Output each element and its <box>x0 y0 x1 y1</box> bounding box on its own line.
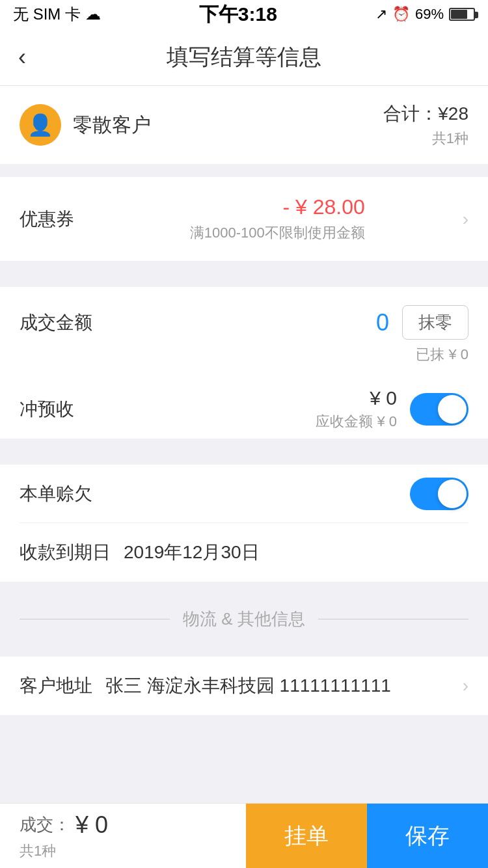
address-row[interactable]: 客户地址 张三 海淀永丰科技园 11111111111 › <box>20 657 468 715</box>
customer-total-amount: 合计：¥28 <box>383 102 468 126</box>
status-left: 无 SIM 卡 ☁ <box>13 4 101 25</box>
address-value: 张三 海淀永丰科技园 11111111111 <box>105 673 391 698</box>
prepay-main-value: ¥ 0 <box>316 387 397 409</box>
amount-label: 成交金额 <box>20 310 92 335</box>
sim-label: 无 SIM 卡 ☁ <box>13 4 101 25</box>
battery-label: 69% <box>415 6 444 23</box>
coupon-right: - ¥ 28.00 满1000-100不限制使用金额 <box>190 195 365 243</box>
bottom-summary: 成交： ¥ 0 共1种 <box>0 811 246 861</box>
toggle-knob <box>438 395 467 424</box>
nav-bar: ‹ 填写结算等信息 <box>0 29 488 86</box>
prepay-values: ¥ 0 应收金额 ¥ 0 <box>316 387 397 431</box>
debt-toggle-knob <box>438 480 467 508</box>
coupon-label: 优惠券 <box>20 207 98 232</box>
person-icon: 👤 <box>27 113 53 137</box>
hold-button[interactable]: 挂单 <box>246 804 367 869</box>
prepay-toggle[interactable] <box>410 393 468 426</box>
prepay-label: 冲预收 <box>20 397 74 422</box>
debt-row: 本单赊欠 <box>20 465 468 523</box>
coupon-arrow-icon: › <box>463 209 468 230</box>
debt-toggle[interactable] <box>410 478 468 510</box>
customer-section: 👤 零散客户 合计：¥28 共1种 <box>0 86 488 164</box>
debt-label: 本单赊欠 <box>20 481 92 506</box>
coupon-discount-value: - ¥ 28.00 <box>283 195 365 219</box>
customer-info: 👤 零散客户 <box>20 104 151 146</box>
address-left: 客户地址 张三 海淀永丰科技园 11111111111 <box>20 673 391 698</box>
amount-input[interactable] <box>337 309 389 336</box>
round-zero-button[interactable]: 抹零 <box>402 305 468 340</box>
status-right: ↗ ⏰ 69% <box>375 6 475 23</box>
status-bar: 无 SIM 卡 ☁ 下午3:18 ↗ ⏰ 69% <box>0 0 488 29</box>
amount-sub-label: 已抹 ¥ 0 <box>0 340 488 380</box>
bottom-summary-label: 成交： <box>20 813 70 836</box>
bottom-count: 共1种 <box>20 841 226 861</box>
amount-right: 抹零 <box>337 305 468 340</box>
bottom-summary-amount: ¥ 0 <box>75 811 108 839</box>
prepay-sub-value: 应收金额 ¥ 0 <box>316 412 397 431</box>
prepay-right: ¥ 0 应收金额 ¥ 0 <box>316 387 468 431</box>
alarm-icon: ⏰ <box>392 6 410 23</box>
logistics-section: 物流 & 其他信息 <box>0 595 488 644</box>
status-time: 下午3:18 <box>199 1 277 28</box>
logistics-divider: 物流 & 其他信息 <box>20 608 468 631</box>
section-divider-1 <box>0 261 488 274</box>
bottom-bar: 成交： ¥ 0 共1种 挂单 保存 <box>0 803 488 868</box>
coupon-row[interactable]: 优惠券 - ¥ 28.00 满1000-100不限制使用金额 › <box>0 177 488 261</box>
customer-avatar: 👤 <box>20 104 61 146</box>
debt-section: 本单赊欠 收款到期日 2019年12月30日 <box>0 465 488 582</box>
amount-row: 成交金额 抹零 <box>0 287 488 340</box>
logistics-line-left <box>20 619 170 619</box>
address-label: 客户地址 <box>20 673 92 698</box>
address-arrow-icon: › <box>463 675 468 696</box>
coupon-description: 满1000-100不限制使用金额 <box>190 223 365 243</box>
battery-icon <box>449 8 475 21</box>
logistics-line-right <box>318 619 468 619</box>
amount-section: 成交金额 抹零 已抹 ¥ 0 冲预收 ¥ 0 应收金额 ¥ 0 <box>0 287 488 439</box>
due-date-value: 2019年12月30日 <box>124 540 260 565</box>
due-date-label: 收款到期日 <box>20 540 111 565</box>
due-date-row: 收款到期日 2019年12月30日 <box>20 523 468 582</box>
customer-name: 零散客户 <box>73 112 151 139</box>
save-button[interactable]: 保存 <box>367 804 488 869</box>
customer-count: 共1种 <box>383 129 468 148</box>
section-divider-2 <box>0 439 488 452</box>
page-title: 填写结算等信息 <box>167 42 321 72</box>
address-section: 客户地址 张三 海淀永丰科技园 11111111111 › <box>0 657 488 715</box>
prepay-row: 冲预收 ¥ 0 应收金额 ¥ 0 <box>0 380 488 439</box>
logistics-label: 物流 & 其他信息 <box>183 608 305 631</box>
customer-totals: 合计：¥28 共1种 <box>383 102 468 148</box>
bottom-amount-row: 成交： ¥ 0 <box>20 811 226 839</box>
back-button[interactable]: ‹ <box>18 44 26 71</box>
coupon-section: 优惠券 - ¥ 28.00 满1000-100不限制使用金额 › <box>0 177 488 261</box>
location-icon: ↗ <box>375 6 387 23</box>
